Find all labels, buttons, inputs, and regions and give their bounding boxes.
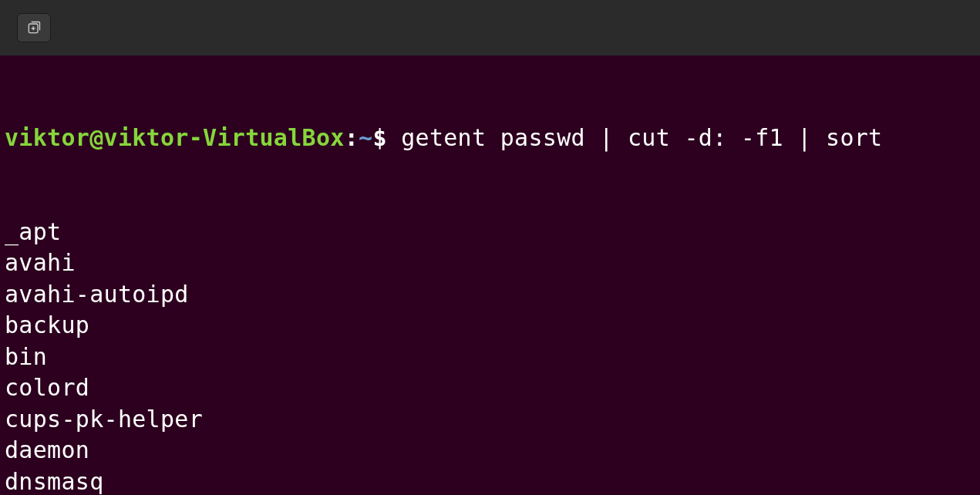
output-line: backup: [5, 310, 975, 342]
new-tab-icon: [26, 20, 42, 35]
output-container: _aptavahiavahi-autoipdbackupbincolordcup…: [5, 217, 975, 496]
output-line: avahi: [5, 248, 975, 279]
terminal-area[interactable]: viktor@viktor-VirtualBox:~$ getent passw…: [0, 56, 980, 495]
prompt-dollar: $: [372, 124, 386, 151]
prompt-path: ~: [359, 124, 372, 151]
output-line: daemon: [5, 435, 975, 466]
output-line: bin: [5, 342, 975, 373]
output-line: colord: [5, 372, 975, 404]
new-tab-button[interactable]: [17, 13, 51, 42]
titlebar: [0, 0, 980, 56]
prompt-user: viktor@viktor-VirtualBox: [5, 124, 345, 151]
command-text: getent passwd | cut -d: -f1 | sort: [387, 124, 883, 151]
output-line: _apt: [5, 217, 975, 248]
prompt-colon: :: [345, 124, 359, 151]
prompt-line: viktor@viktor-VirtualBox:~$ getent passw…: [5, 123, 975, 154]
output-line: cups-pk-helper: [5, 404, 975, 436]
output-line: avahi-autoipd: [5, 279, 975, 311]
output-line: dnsmasq: [5, 466, 975, 496]
